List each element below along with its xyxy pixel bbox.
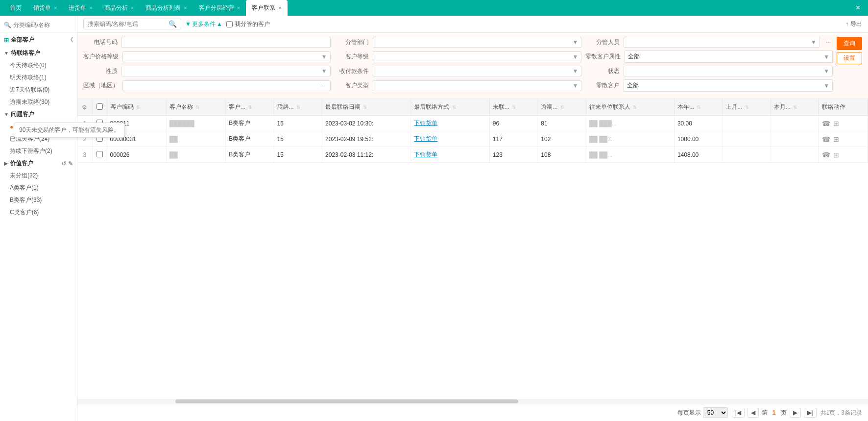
sort-icon-contact[interactable]: ⇅ <box>296 104 300 110</box>
filter-select-price-level[interactable]: ▼ <box>122 51 331 62</box>
action-more-icon-0[interactable]: ⊞ <box>833 120 839 127</box>
sort-icon-last-month[interactable]: ⇅ <box>745 104 749 110</box>
tab-home[interactable]: 首页 <box>4 0 27 16</box>
tab-customer-contact[interactable]: 客户联系 × <box>246 0 287 16</box>
tab-sales-order[interactable]: 销货单 × <box>27 0 63 16</box>
close-tab-purchase-order[interactable]: × <box>89 5 92 11</box>
search-input[interactable] <box>88 21 169 27</box>
action-phone-icon-2[interactable]: ☎ <box>822 151 830 159</box>
filter-field-cust-type: 客户类型 ▼ <box>335 80 582 91</box>
sidebar-group-value[interactable]: ▶ 价值客户 ↺ ✎ <box>0 157 77 170</box>
close-tab-sales-order[interactable]: × <box>54 5 57 11</box>
sidebar-search-input[interactable] <box>13 22 73 28</box>
row-last-way-1[interactable]: 下销货单 <box>411 131 489 147</box>
query-button[interactable]: 查询 <box>837 37 862 50</box>
per-page-dropdown[interactable]: 50 100 200 <box>703 407 728 418</box>
refresh-icon[interactable]: ↺ <box>61 160 66 167</box>
sort-icon-code[interactable]: ⇅ <box>136 104 140 110</box>
sort-icon-overdue[interactable]: ⇅ <box>560 104 564 110</box>
table-settings-icon[interactable]: ⚙ <box>77 99 92 116</box>
sort-icon-this-year[interactable]: ⇅ <box>697 104 700 110</box>
sidebar-group-problem[interactable]: ▼ 问题客户 <box>0 108 77 121</box>
filter-select-scatter[interactable]: 全部 ▼ <box>624 79 833 92</box>
row-last-month-2 <box>723 147 771 163</box>
filter-label-cust-type: 客户类型 <box>335 81 369 90</box>
sidebar-item-overdue[interactable]: 逾期未联络(30) <box>0 96 77 108</box>
filter-select-status[interactable]: ▼ <box>624 66 833 76</box>
table-header-checkbox[interactable] <box>92 99 107 116</box>
filter-select-dept[interactable]: ▼ <box>373 37 582 48</box>
filter-select-payment[interactable]: ▼ <box>373 66 582 76</box>
action-phone-icon-1[interactable]: ☎ <box>822 135 830 143</box>
first-page-button[interactable]: |◀ <box>732 408 745 418</box>
filter-select-cust-type[interactable]: ▼ <box>373 80 582 91</box>
sidebar-group-pending[interactable]: ▼ 待联络客户 <box>0 47 77 59</box>
sidebar-all-customers[interactable]: ⊞ 全部客户 《 <box>0 33 77 47</box>
table-scrollbar[interactable] <box>77 399 868 404</box>
sort-icon-this-month[interactable]: ⇅ <box>793 104 797 110</box>
settings-button[interactable]: 设置 <box>837 52 862 64</box>
row-overdue-0: 81 <box>538 116 586 131</box>
tab-purchase-order[interactable]: 进货单 × <box>63 0 98 16</box>
scrollbar-thumb[interactable] <box>175 399 518 403</box>
sidebar-item-ungroup[interactable]: 未分组(32) <box>0 170 77 182</box>
sidebar-item-today[interactable]: 今天待联络(0) <box>0 59 77 72</box>
sort-icon-name[interactable]: ⇅ <box>195 104 199 110</box>
row-overdue-2: 108 <box>538 147 586 163</box>
sidebar-item-declining[interactable]: 持续下滑客户(2) <box>0 145 77 157</box>
filter-select-cust-level[interactable]: ▼ <box>373 51 582 62</box>
last-page-button[interactable]: ▶| <box>804 408 817 418</box>
sidebar-item-tomorrow[interactable]: 明天待联络(1) <box>0 72 77 84</box>
filter-label-scatter-attr: 零散客户属性 <box>585 52 621 61</box>
sort-icon-last-way[interactable]: ⇅ <box>452 104 456 110</box>
row-checkbox-2[interactable] <box>92 147 107 163</box>
my-customers-checkbox-wrap[interactable]: 我分管的客户 <box>226 20 270 28</box>
next-page-button[interactable]: ▶ <box>790 408 801 418</box>
sort-icon-no-contact[interactable]: ⇅ <box>512 104 516 110</box>
filter-select-scatter-attr[interactable]: 全部 ▼ <box>625 50 833 63</box>
filter-field-scatter: 零散客户 全部 ▼ <box>585 79 833 92</box>
filter-select-region[interactable]: ··· <box>122 80 331 91</box>
filter-select-person[interactable]: ▼ <box>624 37 820 48</box>
col-header-this-year: 本年... ⇅ <box>674 99 722 116</box>
more-conditions-button[interactable]: ▼ 更多条件 ▲ <box>185 20 222 28</box>
action-more-icon-2[interactable]: ⊞ <box>833 151 839 159</box>
sidebar-item-class-b[interactable]: B类客户(33) <box>0 194 77 206</box>
sidebar-item-7days[interactable]: 近7天待联络(0) <box>0 84 77 96</box>
chevron-down-icon-4: ▼ <box>572 53 578 60</box>
row-check-2[interactable] <box>96 151 103 157</box>
sort-icon-unit-contact[interactable]: ⇅ <box>633 104 637 110</box>
sidebar-item-class-a[interactable]: A类客户(1) <box>0 182 77 194</box>
action-more-icon-1[interactable]: ⊞ <box>833 135 839 143</box>
filter-dots-1[interactable]: ··· <box>824 39 833 46</box>
row-last-way-0[interactable]: 下销货单 <box>411 116 489 131</box>
search-button[interactable]: 🔍 <box>169 20 177 28</box>
close-tab-customer-segment[interactable]: × <box>237 5 240 11</box>
close-window-icon[interactable]: × <box>852 3 864 12</box>
action-phone-icon-0[interactable]: ☎ <box>822 120 830 127</box>
my-customers-checkbox[interactable] <box>226 21 233 27</box>
close-tab-product-analysis[interactable]: × <box>131 5 134 11</box>
sort-icon-level[interactable]: ⇅ <box>248 104 252 110</box>
select-all-checkbox[interactable] <box>96 103 103 110</box>
close-tab-customer-contact[interactable]: × <box>278 5 281 11</box>
filter-dots-region[interactable]: ··· <box>318 82 327 89</box>
sort-icon-last-date[interactable]: ⇅ <box>363 104 367 110</box>
close-tab-product-list[interactable]: × <box>184 5 187 11</box>
sidebar-item-class-c[interactable]: C类客户(6) <box>0 206 77 219</box>
row-this-year-1: 1000.00 <box>674 131 722 147</box>
tab-product-list[interactable]: 商品分析列表 × <box>140 0 193 16</box>
row-last-month-1 <box>723 131 771 147</box>
row-last-date-2: 2023-02-03 11:12: <box>322 147 411 163</box>
row-last-way-2[interactable]: 下销货单 <box>411 147 489 163</box>
filter-input-phone[interactable] <box>121 37 331 48</box>
edit-icon[interactable]: ✎ <box>68 160 73 167</box>
filter-label-price-level: 客户价格等级 <box>83 52 119 61</box>
export-button[interactable]: ↑ 导出 <box>845 20 862 28</box>
tab-customer-segment[interactable]: 客户分层经营 × <box>193 0 246 16</box>
tab-product-analysis[interactable]: 商品分析 × <box>98 0 140 16</box>
grid-icon: ⊞ <box>4 37 9 44</box>
prev-page-button[interactable]: ◀ <box>747 408 759 418</box>
filter-select-nature[interactable]: ▼ <box>121 66 331 76</box>
row-name-0: ██████ <box>166 116 225 131</box>
